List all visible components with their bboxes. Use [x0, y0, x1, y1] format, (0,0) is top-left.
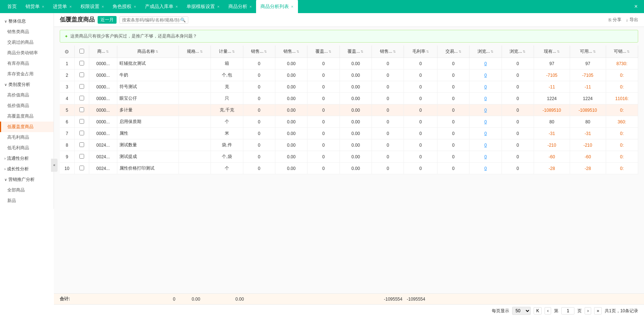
close-icon[interactable]: ×	[176, 4, 178, 9]
time-filter-button[interactable]: 近一月	[98, 16, 117, 24]
gross-margin-column-header[interactable]: 毛利率⇅	[404, 45, 437, 58]
content-area: 低覆盖度商品 近一月 🔍 ⎘ 分享 ↓ 导出 ✦ 这类商品只有很少客户购买过，是…	[54, 13, 644, 317]
table-row: 20000...牛奶个,包00.0000.0000000-7105-71050:	[60, 70, 638, 81]
sales-amt-column-header[interactable]: 销售...⇅	[275, 45, 307, 58]
export-icon: ↓	[626, 17, 628, 23]
search-icon[interactable]: 🔍	[180, 17, 186, 23]
page-suffix: 页	[577, 308, 582, 314]
last-page-button[interactable]: »	[594, 307, 602, 314]
sidebar-item-high-margin[interactable]: 高毛利商品	[0, 132, 54, 143]
footer-available-stock: -1095554	[405, 297, 428, 302]
table-row: 80024...测试数量袋,件00.0000.0000000-210-2100:	[60, 139, 638, 151]
prev-page-button[interactable]: ‹	[545, 307, 551, 314]
table-row: 100024...属性价格打印测试个00.0000.0000000-28-280…	[60, 163, 638, 174]
search-box: 🔍	[119, 16, 188, 24]
sort-icon: ⇅	[264, 50, 267, 54]
export-button[interactable]: ↓ 导出	[626, 17, 638, 23]
chevron-right-icon: ›	[4, 156, 5, 161]
sort-icon: ⇅	[593, 50, 596, 54]
close-icon[interactable]: ×	[69, 4, 71, 9]
name-column-header[interactable]: 商品名称⇅	[117, 45, 178, 58]
chevron-down-icon: ∨	[4, 83, 7, 87]
sort-icon: ⇅	[426, 50, 429, 54]
sales3-column-header[interactable]: 销售...⇅	[372, 45, 404, 58]
sidebar-item-high-coverage[interactable]: 高覆盖度商品	[0, 111, 54, 122]
sidebar-item-category-rate[interactable]: 商品分类动销率	[0, 48, 54, 58]
current-stock-column-header[interactable]: 现有...⇅	[534, 45, 570, 58]
sidebar-section-circulation[interactable]: › 流通性分析	[0, 153, 54, 164]
nav-item-analysis-list[interactable]: 商品分析列表 ×	[256, 0, 298, 13]
table-row: 10000...旺辅批次测试箱00.0000.000000097978730:	[60, 58, 638, 70]
available-stock-column-header[interactable]: 可用...⇅	[570, 45, 606, 58]
sidebar: ∨ 整体信息 销售类商品 交易过的商品 商品分类动销率 有库存商品 库存资金占用…	[0, 13, 54, 209]
settings-column-header: ⚙	[60, 45, 74, 58]
sort-icon: ⇅	[361, 50, 364, 54]
nav-item-production[interactable]: 产成品入库单 ×	[141, 0, 182, 13]
page-size-select[interactable]: 50 20 100	[512, 307, 531, 315]
info-icon: ✦	[64, 34, 68, 39]
browse2-column-header[interactable]: 浏览...⇅	[502, 45, 534, 58]
sort-icon: ⇅	[459, 50, 462, 54]
sidebar-section-growth[interactable]: › 成长性分析	[0, 164, 54, 174]
select-all-checkbox[interactable]	[79, 49, 84, 54]
sidebar-item-stock-goods[interactable]: 有库存商品	[0, 58, 54, 69]
close-icon[interactable]: ×	[102, 4, 104, 9]
table-footer: 合计: 0 0.00 0.00 -1095554 -1095554	[54, 293, 644, 304]
cover2-column-header[interactable]: 覆盖...⇅	[339, 45, 372, 58]
settings-icon[interactable]: ⚙	[64, 49, 69, 55]
sidebar-item-traded-goods[interactable]: 交易过的商品	[0, 37, 54, 48]
nav-item-template[interactable]: 单据模板设置 ×	[182, 0, 224, 13]
nav-item-permissions[interactable]: 权限设置 ×	[76, 0, 108, 13]
window-close-button[interactable]: ×	[631, 1, 641, 12]
footer-sales-amt: 0.00	[185, 297, 207, 302]
sidebar-item-low-coverage[interactable]: 低覆盖度商品	[0, 122, 54, 132]
sort-icon: ⇅	[200, 50, 203, 54]
search-input[interactable]	[122, 17, 180, 23]
first-page-button[interactable]: K	[534, 307, 542, 314]
close-icon[interactable]: ×	[134, 4, 136, 9]
main-layout: ∨ 整体信息 销售类商品 交易过的商品 商品分类动销率 有库存商品 库存资金占用…	[0, 13, 644, 317]
table-header-row: ⚙ 商...⇅ 商品名称⇅ 规格...⇅ 计量...⇅ 销售...⇅ 销售...…	[60, 45, 638, 58]
sidebar-item-stock-capital[interactable]: 库存资金占用	[0, 69, 54, 79]
table-row: 30000...符号测试克00.0000.0000000-11-110:	[60, 81, 638, 93]
table-row: 50000...多计量克,千克00.0000.0000000-1089510-1…	[60, 104, 638, 116]
sidebar-section-overall[interactable]: ∨ 整体信息	[0, 16, 54, 27]
sidebar-item-high-value[interactable]: 高价值商品	[0, 90, 54, 100]
sellable-column-header[interactable]: 可销...⇅	[606, 45, 638, 58]
spec-column-header[interactable]: 规格...⇅	[178, 45, 211, 58]
sidebar-collapse-button[interactable]: «	[51, 159, 58, 172]
trade-column-header[interactable]: 交易...⇅	[437, 45, 469, 58]
code-column-header[interactable]: 商...⇅	[89, 45, 117, 58]
chevron-right-icon: ›	[4, 167, 5, 171]
current-page-input[interactable]	[561, 307, 574, 314]
nav-item-home[interactable]: 首页	[3, 0, 21, 13]
sidebar-section-category[interactable]: ∨ 类别度分析	[0, 79, 54, 90]
close-icon[interactable]: ×	[291, 4, 293, 9]
info-banner: ✦ 这类商品只有很少客户购买过，是推广不够，还是商品本身问题？	[60, 30, 638, 43]
page-title: 低覆盖度商品	[60, 16, 95, 24]
nav-item-analysis[interactable]: 商品分析 ×	[224, 0, 256, 13]
close-icon[interactable]: ×	[42, 4, 44, 9]
sort-icon: ⇅	[329, 50, 331, 54]
unit-column-header[interactable]: 计量...⇅	[211, 45, 243, 58]
sidebar-item-new-goods[interactable]: 新品	[0, 195, 54, 206]
sort-icon: ⇅	[491, 50, 494, 54]
nav-item-purchase[interactable]: 进货单 ×	[48, 0, 76, 13]
nav-item-roles[interactable]: 角色授权 ×	[108, 0, 140, 13]
cover1-column-header[interactable]: 覆盖...⇅	[307, 45, 339, 58]
browse1-column-header[interactable]: 浏览...⇅	[470, 45, 502, 58]
close-icon[interactable]: ×	[217, 4, 219, 9]
sales-qty-column-header[interactable]: 销售...⇅	[243, 45, 275, 58]
footer-cover2: 0.00	[229, 297, 251, 302]
share-button[interactable]: ⎘ 分享	[609, 17, 621, 23]
sidebar-item-low-margin[interactable]: 低毛利商品	[0, 143, 54, 153]
close-icon[interactable]: ×	[250, 4, 252, 9]
sidebar-item-sales-goods[interactable]: 销售类商品	[0, 27, 54, 37]
nav-item-sales[interactable]: 销货单 ×	[21, 0, 48, 13]
sidebar-item-all-goods[interactable]: 全部商品	[0, 185, 54, 195]
sort-icon: ⇅	[393, 50, 396, 54]
sidebar-item-low-value[interactable]: 低价值商品	[0, 100, 54, 111]
next-page-button[interactable]: ›	[585, 307, 591, 314]
sidebar-section-marketing[interactable]: ∨ 营销推广分析	[0, 174, 54, 185]
table-wrapper: ⚙ 商...⇅ 商品名称⇅ 规格...⇅ 计量...⇅ 销售...⇅ 销售...…	[54, 45, 644, 293]
